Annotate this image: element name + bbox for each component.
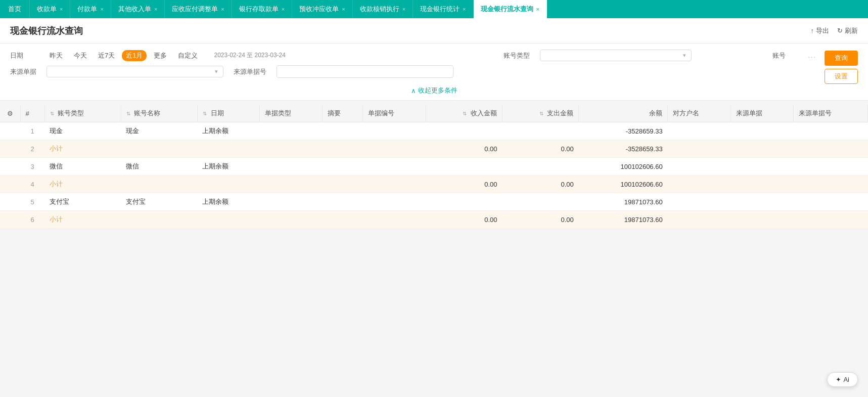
cell-account-name — [121, 140, 197, 158]
column-expense[interactable]: ⇅ 支出金额 — [502, 105, 579, 122]
column-bill-type: 单据类型 — [259, 105, 323, 122]
column-account-type[interactable]: ⇅ 账号类型 — [44, 105, 121, 122]
column-income[interactable]: ⇅ 收入金额 — [426, 105, 502, 122]
cell-expense: 0.00 — [502, 211, 579, 229]
cell-index: 6 — [20, 211, 44, 229]
cell-expense — [502, 158, 579, 175]
chevron-down-icon: ▾ — [215, 68, 218, 75]
nav-tab-collection-exec[interactable]: 收款核销执行 × — [353, 0, 413, 18]
column-summary: 摘要 — [323, 105, 363, 122]
cell-gear — [0, 122, 20, 140]
cell-source-bill-no — [794, 140, 868, 158]
cell-balance: 19871073.60 — [579, 211, 668, 229]
cell-source-bill — [730, 122, 794, 140]
top-navigation: 首页 收款单 × 付款单 × 其他收入单 × 应收应付调整单 × 银行存取款单 … — [0, 0, 868, 18]
cell-income — [426, 193, 502, 211]
cell-summary — [323, 140, 363, 158]
cell-gear — [0, 175, 20, 193]
close-icon[interactable]: × — [282, 6, 285, 12]
cell-source-bill-no — [794, 193, 868, 211]
cell-account-name: 微信 — [121, 158, 197, 175]
cell-gear — [0, 140, 20, 158]
source-bill-no-label: 来源单据号 — [234, 67, 266, 76]
filter-right-actions: 查询 设置 — [825, 50, 858, 84]
nav-tab-other-income[interactable]: 其他收入单 × — [111, 0, 165, 18]
column-counter-party: 对方户名 — [668, 105, 731, 122]
cell-bill-type — [259, 211, 323, 229]
column-gear[interactable]: ⚙ — [0, 105, 20, 122]
cell-counter-party — [668, 175, 731, 193]
table-header-row: ⚙ # ⇅ 账号类型 ⇅ 账号名称 ⇅ 日期 单据类型 — [0, 105, 868, 122]
close-icon[interactable]: × — [463, 6, 466, 12]
close-icon[interactable]: × — [536, 6, 539, 12]
cell-bill-no — [363, 193, 426, 211]
cell-income: 0.00 — [426, 211, 502, 229]
cell-summary — [323, 193, 363, 211]
cell-balance: 100102606.60 — [579, 175, 668, 193]
nav-tab-cash-bank-flow[interactable]: 现金银行流水查询 × — [474, 0, 547, 18]
cell-date — [197, 140, 259, 158]
table-row: 6 小计 0.00 0.00 19871073.60 — [0, 211, 868, 229]
account-dots-btn[interactable]: ... — [808, 52, 816, 59]
close-icon[interactable]: × — [60, 6, 63, 12]
date-opt-more[interactable]: 更多 — [150, 50, 171, 61]
close-icon[interactable]: × — [154, 6, 157, 12]
close-icon[interactable]: × — [100, 6, 103, 12]
source-bill-select[interactable]: ▾ — [47, 66, 223, 77]
cell-source-bill — [730, 140, 794, 158]
cell-index: 1 — [20, 122, 44, 140]
close-icon[interactable]: × — [221, 6, 224, 12]
date-opt-1month[interactable]: 近1月 — [122, 50, 147, 61]
date-opt-today[interactable]: 今天 — [70, 50, 91, 61]
nav-tab-adjustment[interactable]: 应收应付调整单 × — [165, 0, 232, 18]
refresh-button[interactable]: ↻ 刷新 — [837, 26, 858, 35]
source-bill-no-input[interactable] — [277, 65, 453, 78]
nav-tab-advance[interactable]: 预收冲应收单 × — [292, 0, 352, 18]
filter-row-source: 来源单据 ▾ 来源单据号 — [10, 65, 816, 78]
cell-source-bill-no — [794, 122, 868, 140]
query-button[interactable]: 查询 — [825, 51, 858, 66]
column-balance: 余额 — [579, 105, 668, 122]
cell-source-bill — [730, 193, 794, 211]
table-row: 2 小计 0.00 0.00 -3528659.33 — [0, 140, 868, 158]
table-row: 4 小计 0.00 0.00 100102606.60 — [0, 175, 868, 193]
account-type-select[interactable]: ▾ — [540, 50, 692, 61]
table-container: ⚙ # ⇅ 账号类型 ⇅ 账号名称 ⇅ 日期 单据类型 — [0, 105, 868, 229]
date-opt-custom[interactable]: 自定义 — [174, 50, 202, 61]
nav-tab-cash-bank-stats[interactable]: 现金银行统计 × — [413, 0, 473, 18]
close-icon[interactable]: × — [402, 6, 405, 12]
collapse-filter-button[interactable]: ∧ 收起更多条件 — [10, 84, 858, 96]
settings-button[interactable]: 设置 — [825, 69, 858, 84]
cell-expense: 0.00 — [502, 140, 579, 158]
date-label: 日期 — [10, 51, 35, 60]
nav-tab-bank-deposit[interactable]: 银行存取款单 × — [232, 0, 292, 18]
cell-counter-party — [668, 140, 731, 158]
column-account-name[interactable]: ⇅ 账号名称 — [121, 105, 197, 122]
source-bill-label: 来源单据 — [10, 67, 36, 76]
column-source-bill-no: 来源单据号 — [794, 105, 868, 122]
cell-counter-party — [668, 122, 731, 140]
cell-index: 3 — [20, 158, 44, 175]
nav-home[interactable]: 首页 — [0, 0, 30, 18]
nav-tab-fukuandan[interactable]: 付款单 × — [70, 0, 111, 18]
cell-summary — [323, 122, 363, 140]
column-date[interactable]: ⇅ 日期 — [197, 105, 259, 122]
date-opt-yesterday[interactable]: 昨天 — [45, 50, 67, 61]
cell-expense — [502, 193, 579, 211]
close-icon[interactable]: × — [342, 6, 345, 12]
cell-bill-type — [259, 122, 323, 140]
cell-account-type: 小计 — [44, 211, 121, 229]
cell-balance: -3528659.33 — [579, 122, 668, 140]
cell-summary — [323, 158, 363, 175]
account-type-label: 账号类型 — [504, 51, 530, 60]
cell-date: 上期余额 — [197, 158, 259, 175]
export-button[interactable]: ↑ 导出 — [811, 26, 830, 35]
date-opt-7days[interactable]: 近7天 — [94, 50, 119, 61]
column-bill-no: 单据编号 — [363, 105, 426, 122]
cell-income — [426, 122, 502, 140]
account-label: 账号 — [772, 51, 798, 60]
cell-bill-no — [363, 140, 426, 158]
table-row: 3 微信 微信 上期余额 100102606.60 — [0, 158, 868, 175]
page-title: 现金银行流水查询 — [10, 25, 83, 37]
nav-tab-shoukuandan[interactable]: 收款单 × — [30, 0, 70, 18]
